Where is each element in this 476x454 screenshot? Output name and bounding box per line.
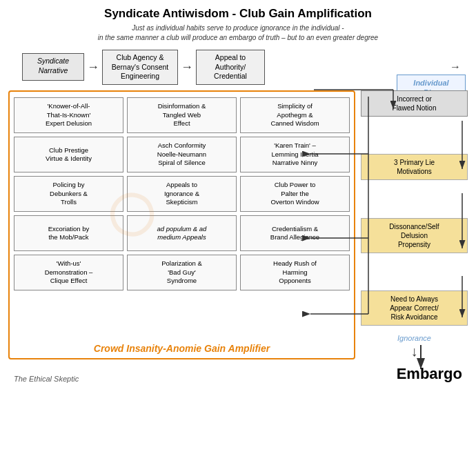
incorrect-notion-box: Incorrect orFlawed Notion [361,90,468,117]
grid-cell-14: Polarization &'Bad Guy'Syndrome [127,255,237,290]
grid-cell-12: Credentialism &Brand Allegiance [240,215,350,251]
grid-cell-9: Club Power toPalter theOverton Window [240,176,350,212]
incorrect-notion-label: Incorrect orFlawed Notion [393,95,437,112]
grid-cell-11: ad populum & admedium Appeals [127,215,237,251]
grid-cell-10: Excoriation bythe Mob/Pack [14,215,123,251]
syndicate-narrative-box: SyndicateNarrative [22,53,84,81]
subtitle: Just as individual habits serve to produ… [8,23,468,43]
page: Syndicate Antiwisdom - Club Gain Amplifi… [0,0,476,454]
grid-cell-8: Appeals toIgnorance &Skepticism [127,176,237,212]
grid-cell-15: Heady Rush ofHarmingOpponents [240,255,350,290]
spacer-2 [361,184,468,213]
grid-cell-6: 'Karen Train' –Lemming InertiaNarrative … [240,137,350,172]
grid-cell-13: 'With-us'Demonstration –Clique Effect [14,255,123,290]
down-arrow: ↓ [361,344,468,359]
embargo-section: Embargo [397,365,462,383]
dissonance-box: Dissonance/SelfDelusionPropensity [361,218,468,253]
appear-correct-box: Need to AlwaysAppear Correct/Risk Avoida… [361,290,468,326]
subtitle-line2: in the same manner a club will produce a… [98,34,378,41]
top-flow-spacer: → [265,61,468,73]
grid-cell-7: Policing byDebunkers &Trolls [14,176,123,212]
club-agency-label: Club Agency & Bernay's Consent Engineeri… [112,53,169,80]
grid: 'Knower-of-All-That-Is-Known'Expert Delu… [14,97,350,290]
appear-correct-label: Need to AlwaysAppear Correct/Risk Avoida… [390,295,439,321]
ignorance-label: Ignorance [397,334,431,342]
grid-cell-5: Asch ConformityNoelle-NeumannSpiral of S… [127,137,237,172]
spacer-3 [361,257,468,286]
club-agency-box: Club Agency & Bernay's Consent Engineeri… [102,50,178,85]
arrow-3: → [450,61,461,73]
right-column: Incorrect orFlawed Notion 3 Primary LieM… [361,90,468,359]
main-layout: ◯ 'Knower-of-All-That-Is-Known'Expert De… [8,90,468,359]
footer-credit: The Ethical Skeptic [14,375,79,383]
syndicate-narrative-label: SyndicateNarrative [37,57,69,75]
grid-cell-3: Simplicity ofApothegm &Canned Wisdom [240,97,350,133]
ignorance-section: Ignorance ↓ [361,331,468,359]
subtitle-line1: Just as individual habits serve to produ… [132,24,344,32]
primary-lie-label: 3 Primary LieMotivations [394,159,435,175]
grid-cell-1: 'Knower-of-All-That-Is-Known'Expert Delu… [14,97,123,133]
arrow-2: → [181,61,193,73]
primary-lie-box: 3 Primary LieMotivations [361,154,468,180]
spacer-1 [361,121,468,150]
embargo-title: Embargo [397,365,462,383]
grid-cell-2: Disinformation &Tangled WebEffect [127,97,237,133]
main-title: Syndicate Antiwisdom - Club Gain Amplifi… [8,7,468,21]
grid-cell-4: Club PrestigeVirtue & Identity [14,137,123,172]
footer-row: The Ethical Skeptic Embargo [8,365,468,383]
crowd-box: ◯ 'Knower-of-All-That-Is-Known'Expert De… [8,90,355,359]
arrow-1: → [87,61,99,73]
crowd-label: Crowd Insanity-Anomie Gain Amplifier [94,343,270,354]
dissonance-label: Dissonance/SelfDelusionPropensity [389,223,439,248]
appeal-authority-label: Appeal toAuthority/Credential [214,53,247,80]
appeal-authority-box: Appeal toAuthority/Credential [196,50,265,85]
